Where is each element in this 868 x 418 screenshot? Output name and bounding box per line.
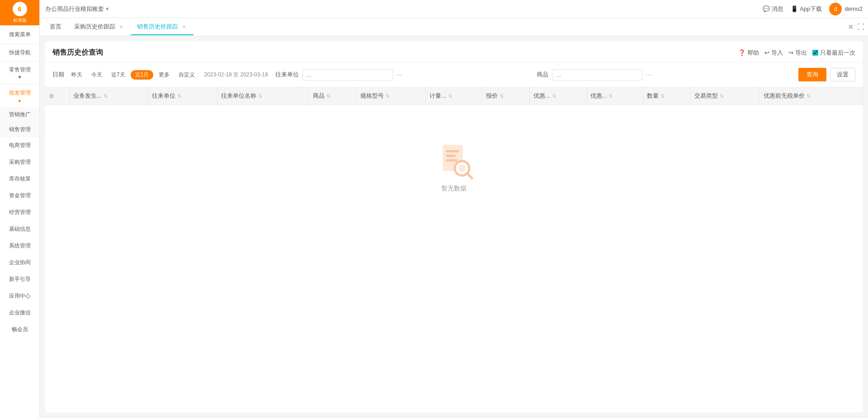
sidebar-item-enterprise[interactable]: 企业协同 (0, 254, 39, 271)
sort-icon-pre-tax-price: ⇅ (807, 93, 811, 99)
date-btn-1month[interactable]: 近1月 (131, 70, 154, 80)
date-btn-7days[interactable]: 近7天 (108, 70, 129, 80)
product-filter-dots[interactable]: ··· (646, 71, 651, 78)
th-quantity-content[interactable]: 数量 ⇅ (647, 92, 687, 100)
help-label: 帮助 (747, 49, 759, 57)
th-partner-code-content[interactable]: 往来单位 ⇅ (152, 92, 214, 100)
th-partner-code: 往来单位 ⇅ (148, 87, 217, 105)
sidebar-item-quick-nav[interactable]: 快捷导航 (0, 44, 39, 61)
retail-label: 零售管理 (9, 66, 31, 74)
tab-purchase-history-label: 采购历史价跟踪 (74, 23, 115, 31)
export-button[interactable]: ↪ 导出 (788, 49, 807, 57)
th-biz-date-label: 业务发生... (73, 92, 102, 100)
sidebar-item-retail[interactable]: 零售管理 ▼ (0, 62, 39, 84)
th-quote-content[interactable]: 报价 ⇅ (486, 92, 526, 100)
date-btn-yesterday[interactable]: 昨天 (68, 70, 86, 80)
th-discount2-content[interactable]: 优惠... ⇅ (590, 92, 639, 100)
promo-label: 营销推广 (9, 111, 31, 118)
date-btn-custom[interactable]: 自定义 (175, 70, 198, 80)
date-filter-label: 日期 (52, 71, 64, 79)
partner-filter-label: 往来单位 (275, 71, 299, 79)
tab-sales-close-icon[interactable]: × (181, 24, 187, 30)
main-area: 办公用品行业模拟账套 ▾ 💬 消息 📱 App下载 d demo2 首页 (40, 0, 868, 418)
sidebar-item-purchase[interactable]: 采购管理 (0, 154, 39, 171)
sidebar-item-appcenter[interactable]: 应用中心 (0, 288, 39, 304)
tab-sales-history[interactable]: 销售历史价跟踪 × (131, 19, 193, 35)
product-filter-label: 商品 (537, 71, 548, 79)
query-button[interactable]: 查询 (798, 68, 826, 81)
tabs-controls: ✕ ⛶ (848, 23, 864, 31)
sidebar-item-system[interactable]: 系统管理 (0, 238, 39, 254)
tab-purchase-close-icon[interactable]: × (118, 24, 124, 30)
date-btn-more[interactable]: 更多 (155, 70, 173, 80)
topbar-title: 办公用品行业模拟账套 ▾ (45, 5, 109, 13)
sidebar-search[interactable]: 搜索菜单 (0, 25, 39, 44)
message-icon: 💬 (763, 5, 770, 12)
th-spec-content[interactable]: 规格型号 ⇅ (360, 92, 422, 100)
user-avatar: d (829, 3, 842, 15)
settings-button[interactable]: 设置 (830, 68, 855, 81)
sidebar-item-newbie[interactable]: 新手引导 (0, 271, 39, 288)
partner-filter-group: 往来单位 ··· (275, 69, 530, 81)
th-discount1-content[interactable]: 优惠... ⇅ (533, 92, 582, 100)
date-filter-group: 日期 昨天 今天 近7天 近1月 更多 自定义 2023-02-18 至 202… (52, 70, 268, 80)
th-trade-type-content[interactable]: 交易类型 ⇅ (694, 92, 756, 100)
import-button[interactable]: ↩ 导入 (764, 49, 783, 57)
sort-icon-discount1: ⇅ (552, 93, 556, 99)
gear-icon[interactable]: ⚙ (49, 93, 54, 100)
sidebar-item-promo[interactable]: 营销推广 (0, 107, 39, 122)
retail-arrow: ▼ (18, 75, 22, 80)
th-settings: ⚙ (45, 87, 69, 105)
th-product-label: 商品 (313, 92, 325, 100)
help-button[interactable]: ❓ 帮助 (738, 49, 759, 57)
topbar-title-text: 办公用品行业模拟账套 (45, 5, 104, 13)
sidebar-item-inventory[interactable]: 库存核算 (0, 171, 39, 187)
sidebar-item-membership[interactable]: 畅会员 (0, 321, 39, 338)
sidebar-item-wholesale[interactable]: 批发管理 ▲ (0, 85, 39, 107)
import-label: 导入 (771, 49, 783, 57)
user-menu[interactable]: d demo2 (829, 3, 863, 15)
partner-filter-dots[interactable]: ··· (396, 71, 402, 78)
th-quote-label: 报价 (486, 92, 498, 100)
th-pre-tax-price-content[interactable]: 优惠前无税单价 ⇅ (764, 92, 859, 100)
user-name: demo2 (844, 5, 863, 12)
product-filter-input[interactable] (552, 69, 642, 81)
tab-close-all-icon[interactable]: ✕ (848, 23, 854, 31)
tab-home[interactable]: 首页 (43, 19, 68, 35)
only-last-wrapper[interactable]: 只看最后一次 (812, 49, 855, 57)
purchase-label: 采购管理 (9, 158, 31, 166)
sidebar-item-basic[interactable]: 基础信息 (0, 221, 39, 238)
tab-fullscreen-icon[interactable]: ⛶ (857, 23, 864, 31)
sidebar: 6 标准版 搜索菜单 快捷导航 零售管理 ▼ 批发管理 ▲ 营销推广 销售管理 … (0, 0, 40, 418)
th-product-content[interactable]: 商品 ⇅ (313, 92, 353, 100)
sidebar-item-ecommerce[interactable]: 电商管理 (0, 137, 39, 154)
th-partner-name-content[interactable]: 往来单位名称 ⇅ (221, 92, 305, 100)
sidebar-logo[interactable]: 6 标准版 (0, 0, 39, 25)
tab-home-label: 首页 (50, 23, 61, 31)
empty-illustration (436, 141, 476, 182)
only-last-checkbox[interactable] (812, 50, 818, 56)
filter-bar: 日期 昨天 今天 近7天 近1月 更多 自定义 2023-02-18 至 202… (45, 62, 863, 87)
sidebar-item-operations[interactable]: 经营管理 (0, 204, 39, 221)
message-button[interactable]: 💬 消息 (763, 5, 783, 13)
search-label: 搜索菜单 (0, 29, 39, 40)
svg-rect-2 (446, 155, 456, 157)
newbie-label: 新手引导 (9, 276, 31, 283)
th-unit-content[interactable]: 计量... ⇅ (429, 92, 478, 100)
tab-purchase-history[interactable]: 采购历史价跟踪 × (68, 19, 131, 35)
th-discount2: 优惠... ⇅ (586, 87, 643, 105)
date-btn-today[interactable]: 今天 (88, 70, 106, 80)
app-download-button[interactable]: 📱 App下载 (791, 5, 822, 13)
topbar-dropdown-icon[interactable]: ▾ (106, 5, 109, 12)
sidebar-item-wechat[interactable]: 企业微信 (0, 304, 39, 321)
th-partner-name-label: 往来单位名称 (221, 92, 256, 100)
page-header-actions: ❓ 帮助 ↩ 导入 ↪ 导出 只看最后一次 (738, 49, 855, 57)
th-trade-type-label: 交易类型 (694, 92, 718, 100)
svg-rect-1 (446, 150, 459, 152)
partner-filter-input[interactable] (302, 69, 393, 81)
sidebar-item-sales-mgmt[interactable]: 销售管理 (0, 122, 39, 137)
sort-icon-spec: ⇅ (386, 93, 390, 99)
th-biz-date-content[interactable]: 业务发生... ⇅ (73, 92, 144, 100)
basic-label: 基础信息 (9, 225, 31, 233)
sidebar-item-finance[interactable]: 资金管理 (0, 187, 39, 204)
